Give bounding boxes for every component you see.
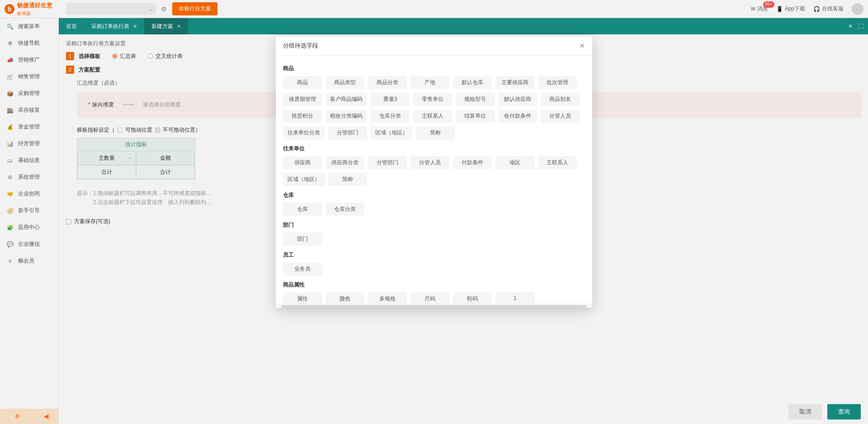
chip-wrap: 仓库仓库分类 [283,203,585,216]
field-chip[interactable]: 主联系人 [413,110,452,123]
field-chip[interactable]: 商品分类 [368,76,407,89]
modal-body: 商品商品商品类型商品分类产地默认仓库主要供应商批次管理保质期管理客户商品编码重量… [276,56,592,304]
close-icon[interactable]: ✕ [580,42,585,49]
chip-wrap: 属性颜色多规格尺码鞋码1 [283,292,585,304]
chip-wrap: 供应商供应商分类分管部门分管人员付款条件地区主联系人区域（地区）简称 [283,156,585,186]
field-chip[interactable]: 区域（地区） [283,173,325,186]
field-chip[interactable]: 保质期管理 [283,93,322,106]
field-chip[interactable]: 业务员 [283,262,322,276]
modal-title: 分组待选字段 [283,42,318,50]
field-chip[interactable]: 供应商 [283,156,322,169]
group-title: 员工 [283,251,585,259]
field-chip[interactable]: 仓库 [283,203,322,216]
chip-wrap: 业务员 [283,262,585,276]
field-chip[interactable]: 部门 [283,233,322,246]
field-chip[interactable]: 默认供应商 [498,93,537,106]
field-chip[interactable]: 商品 [283,76,322,89]
field-chip[interactable]: 拣货积分 [283,110,322,123]
field-chip[interactable]: 重量3 [371,93,410,106]
group-title: 仓库 [283,191,585,199]
field-chip[interactable]: 批次管理 [538,76,577,89]
modal-scrollbar[interactable] [276,304,592,308]
field-chip[interactable]: 简称 [328,173,367,186]
field-chip[interactable]: 供应商分类 [326,156,364,169]
field-chip[interactable]: 简称 [416,126,455,139]
field-chip[interactable]: 地区 [495,156,534,169]
field-chip[interactable]: 分管人员 [410,156,449,169]
field-picker-modal: 分组待选字段 ✕ 商品商品商品类型商品分类产地默认仓库主要供应商批次管理保质期管… [276,36,592,308]
field-chip[interactable]: 默认仓库 [453,76,492,89]
field-chip[interactable]: 往来单位分类 [283,126,325,139]
field-chip[interactable]: 分管人员 [541,110,580,123]
field-chip[interactable]: 区域（地区） [371,126,412,139]
field-chip[interactable]: 尺码 [410,292,449,304]
field-chip[interactable]: 零售单位 [413,93,452,106]
modal-header: 分组待选字段 ✕ [276,36,592,56]
field-chip[interactable]: 税收分类编码 [326,110,367,123]
field-chip[interactable]: 1 [495,292,534,304]
group-title: 商品属性 [283,281,585,289]
chip-wrap: 商品商品类型商品分类产地默认仓库主要供应商批次管理保质期管理客户商品编码重量3零… [283,76,585,139]
field-chip[interactable]: 仓库分类 [371,110,410,123]
field-chip[interactable]: 鞋码 [453,292,492,304]
field-chip[interactable]: 多规格 [368,292,407,304]
field-chip[interactable]: 产地 [410,76,449,89]
field-chip[interactable]: 分管部门 [368,156,407,169]
field-chip[interactable]: 客户商品编码 [326,93,367,106]
group-title: 往来单位 [283,145,585,152]
field-chip[interactable]: 仓库分类 [326,203,364,216]
field-chip[interactable]: 颜色 [326,292,364,304]
field-chip[interactable]: 分管部门 [328,126,367,139]
group-title: 商品 [283,65,585,72]
group-title: 部门 [283,221,585,229]
field-chip[interactable]: 规格型号 [456,93,495,106]
field-chip[interactable]: 商品别名 [541,93,580,106]
field-chip[interactable]: 付款条件 [453,156,492,169]
field-chip[interactable]: 主联系人 [538,156,577,169]
field-chip[interactable]: 商品类型 [326,76,364,89]
field-chip[interactable]: 属性 [283,292,322,304]
field-chip[interactable]: 结算单位 [456,110,495,123]
chip-wrap: 部门 [283,233,585,246]
field-chip[interactable]: 收付款条件 [498,110,537,123]
field-chip[interactable]: 主要供应商 [495,76,534,89]
